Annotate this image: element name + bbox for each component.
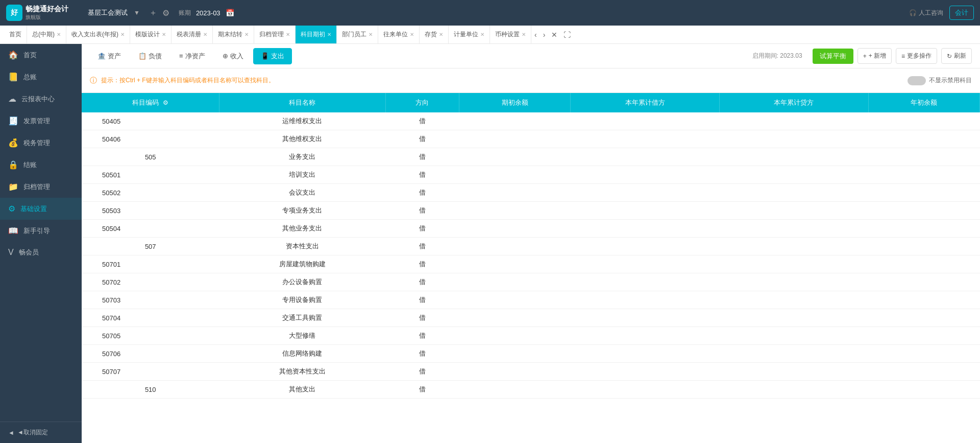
balance-button[interactable]: 试算平衡	[813, 49, 853, 64]
tab-inventory[interactable]: 存货 ✕	[420, 26, 449, 44]
account-button[interactable]: 会计	[949, 6, 974, 20]
table-row[interactable]: 505业务支出借	[82, 148, 980, 166]
tab-currency[interactable]: 币种设置 ✕	[490, 26, 531, 44]
add-tab-icon[interactable]: ＋	[149, 8, 157, 18]
refresh-button[interactable]: ↻ 刷新	[941, 48, 972, 64]
tab-close-icon[interactable]: ✕	[120, 32, 125, 37]
tab-bar: 首页 总(中期) ✕ 收入支出表(年报) ✕ 模版设计 ✕ 税表清册 ✕ 期末结…	[0, 26, 980, 44]
cell-year-initial	[868, 255, 979, 273]
sidebar-item-guide[interactable]: 📖 新手引导	[0, 220, 82, 242]
table-row[interactable]: 510其他支出借	[82, 381, 980, 399]
help-button[interactable]: 🎧 人工咨询	[909, 9, 943, 17]
dropdown-icon[interactable]: ▼	[134, 9, 140, 16]
table-row[interactable]: 50702办公设备购置借	[82, 273, 980, 291]
table-row[interactable]: 50707其他资本性支出借	[82, 363, 980, 381]
disable-toggle[interactable]	[908, 76, 926, 85]
sidebar-item-ledger[interactable]: 📒 总账	[0, 66, 82, 88]
cell-name: 培训支出	[219, 166, 385, 184]
tab-department[interactable]: 部门员工 ✕	[337, 26, 378, 44]
col-header-year-initial: 年初余额	[868, 93, 979, 112]
sub-tab-liability[interactable]: 📋 负债	[131, 48, 169, 64]
tab-expand-icon[interactable]: ⛶	[560, 31, 574, 39]
logo-text: 畅捷通好会计	[26, 5, 68, 14]
tab-period-close[interactable]: 期末结转 ✕	[213, 26, 254, 44]
cell-dir: 借	[385, 291, 459, 309]
add-button[interactable]: + + 新增	[857, 48, 892, 64]
table-row[interactable]: 50405运维维权支出借	[82, 112, 980, 130]
tab-income-annual[interactable]: 收入支出表(年报) ✕	[66, 26, 130, 44]
cell-name: 其他业务支出	[219, 220, 385, 238]
settings-icon[interactable]: ⚙	[162, 8, 169, 18]
tab-close-icon[interactable]: ✕	[327, 32, 331, 37]
cell-dir: 借	[385, 130, 459, 148]
sidebar-item-label: 结账	[23, 160, 37, 170]
tab-next-icon[interactable]: ›	[540, 31, 549, 39]
tab-tax-list[interactable]: 税表清册 ✕	[172, 26, 213, 44]
cell-initial	[459, 148, 571, 166]
tab-home[interactable]: 首页	[4, 26, 27, 44]
header-right: 🎧 人工咨询 会计	[909, 6, 974, 20]
more-button[interactable]: ≡ 更多操作	[896, 48, 937, 64]
cell-name: 资本性支出	[219, 238, 385, 255]
tab-close-icon[interactable]: ✕	[203, 32, 207, 37]
tab-close-icon[interactable]: ✕	[522, 32, 526, 37]
tab-close-icon[interactable]: ✕	[57, 32, 61, 37]
tab-prev-icon[interactable]: ‹	[531, 31, 540, 39]
calendar-icon[interactable]: 📅	[226, 9, 234, 17]
cell-ytd-credit	[720, 255, 869, 273]
settings-col-icon[interactable]: ⚙	[163, 99, 168, 106]
tab-close-icon[interactable]: ✕	[439, 32, 443, 37]
tab-close-icon[interactable]: ✕	[480, 32, 484, 37]
sidebar-collapse-button[interactable]: ◄ ◄取消固定	[0, 422, 82, 443]
sidebar-item-invoice[interactable]: 🧾 发票管理	[0, 110, 82, 132]
table-row[interactable]: 50705大型修缮借	[82, 327, 980, 345]
tab-close-icon[interactable]: ✕	[244, 32, 249, 37]
sub-tab-income[interactable]: ⊕ 收入	[215, 48, 251, 64]
table-row[interactable]: 50406其他维权支出借	[82, 130, 980, 148]
tab-close-icon[interactable]: ✕	[369, 32, 373, 37]
sub-tab-net-asset[interactable]: ≡ 净资产	[172, 48, 213, 64]
sidebar-item-close-account[interactable]: 🔒 结账	[0, 154, 82, 176]
tab-total-period[interactable]: 总(中期) ✕	[27, 26, 66, 44]
sidebar-item-basic-settings[interactable]: ⚙ 基础设置	[0, 198, 82, 220]
tab-contacts[interactable]: 往来单位 ✕	[378, 26, 420, 44]
sidebar-item-tax[interactable]: 💰 税务管理	[0, 132, 82, 154]
tab-close-all-icon[interactable]: ✕	[548, 31, 560, 39]
tab-close-icon[interactable]: ✕	[286, 32, 290, 37]
tab-subject-initial[interactable]: 科目期初 ✕	[296, 26, 337, 44]
table-row[interactable]: 50504其他业务支出借	[82, 220, 980, 238]
tab-label: 收入支出表(年报)	[71, 30, 118, 39]
sidebar-item-home[interactable]: 🏠 首页	[0, 44, 82, 66]
sidebar-item-label: 发票管理	[23, 116, 50, 126]
cell-code: 50705	[82, 327, 219, 345]
cell-year-initial	[868, 238, 979, 255]
cell-year-initial	[868, 184, 979, 202]
cell-dir: 借	[385, 345, 459, 363]
tab-template-design[interactable]: 模版设计 ✕	[130, 26, 172, 44]
tab-close-icon[interactable]: ✕	[162, 32, 166, 37]
table-row[interactable]: 50703专用设备购置借	[82, 291, 980, 309]
cell-name: 交通工具购置	[219, 309, 385, 327]
table-row[interactable]: 50706信息网络购建借	[82, 345, 980, 363]
sub-tab-asset[interactable]: 🏦 资产	[90, 48, 129, 64]
sidebar-item-archive[interactable]: 📁 归档管理	[0, 176, 82, 198]
table-row[interactable]: 507资本性支出借	[82, 238, 980, 255]
cell-ytd-debit	[571, 220, 720, 238]
table-row[interactable]: 50502会议支出借	[82, 184, 980, 202]
cell-ytd-debit	[571, 184, 720, 202]
sidebar-item-label: 基础设置	[20, 204, 47, 214]
company-name[interactable]: 基层工会测试	[88, 8, 128, 17]
tab-close-icon[interactable]: ✕	[410, 32, 414, 37]
table-row[interactable]: 50501培训支出借	[82, 166, 980, 184]
sidebar-item-membership[interactable]: V 畅会员	[0, 242, 82, 263]
table-row[interactable]: 50701房屋建筑物购建借	[82, 255, 980, 273]
table-row[interactable]: 50704交通工具购置借	[82, 309, 980, 327]
tab-archive[interactable]: 归档管理 ✕	[254, 26, 296, 44]
cell-ytd-debit	[571, 238, 720, 255]
tab-unit[interactable]: 计量单位 ✕	[449, 26, 490, 44]
cell-initial	[459, 327, 571, 345]
cell-ytd-credit	[720, 238, 869, 255]
table-row[interactable]: 50503专项业务支出借	[82, 202, 980, 220]
sidebar-item-cloud-report[interactable]: ☁ 云报表中心	[0, 88, 82, 110]
sub-tab-expense[interactable]: 📱 支出	[253, 48, 292, 64]
